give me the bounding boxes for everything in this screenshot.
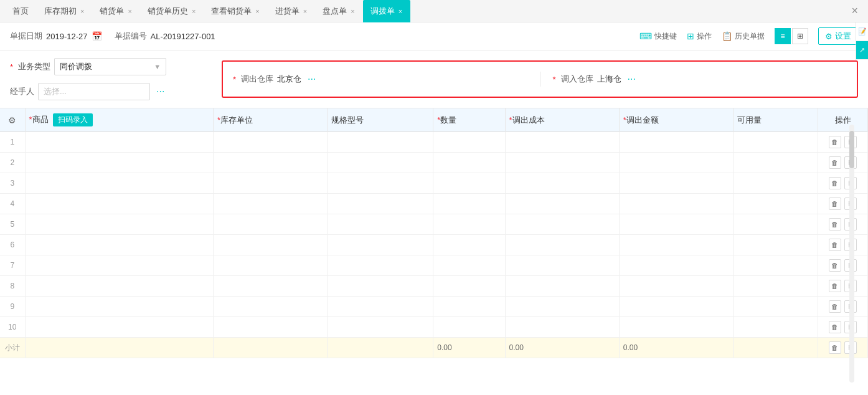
row-available-3[interactable]	[733, 173, 818, 194]
delete-icon-8[interactable]: 🗑	[829, 280, 841, 292]
row-available-4[interactable]	[733, 194, 818, 214]
row-available-10[interactable]	[733, 317, 818, 338]
row-unit-2[interactable]	[214, 153, 328, 173]
row-cost-6[interactable]	[505, 235, 619, 255]
history-btn[interactable]: 📋 历史单据	[722, 31, 765, 42]
date-value[interactable]: 2019-12-27	[46, 32, 88, 41]
row-spec-1[interactable]	[328, 132, 433, 153]
row-amount-6[interactable]	[619, 235, 733, 255]
tab-view-sales[interactable]: 查看销货单 ×	[204, 0, 267, 22]
row-spec-4[interactable]	[328, 194, 433, 214]
person-select[interactable]: 选择...	[38, 83, 150, 100]
row-qty-8[interactable]	[433, 276, 505, 297]
transfer-out-value[interactable]: 北京仓	[277, 74, 301, 85]
row-amount-2[interactable]	[619, 153, 733, 173]
sidebar-note-btn[interactable]: 📝	[856, 22, 869, 41]
close-tab-transfer[interactable]: ×	[399, 7, 402, 15]
row-qty-7[interactable]	[433, 255, 505, 276]
row-spec-9[interactable]	[328, 297, 433, 317]
row-unit-3[interactable]	[214, 173, 328, 194]
row-cost-3[interactable]	[505, 173, 619, 194]
row-available-9[interactable]	[733, 297, 818, 317]
row-spec-7[interactable]	[328, 255, 433, 276]
tab-inventory-init[interactable]: 库存期初 ×	[37, 0, 92, 22]
row-unit-8[interactable]	[214, 276, 328, 297]
close-tab-inventory[interactable]: ×	[80, 7, 84, 15]
row-available-2[interactable]	[733, 153, 818, 173]
row-qty-1[interactable]	[433, 132, 505, 153]
person-more-btn[interactable]: ···	[156, 86, 164, 97]
scan-btn[interactable]: 扫码录入	[53, 113, 93, 126]
row-unit-9[interactable]	[214, 297, 328, 317]
row-cost-4[interactable]	[505, 194, 619, 214]
row-product-8[interactable]	[25, 276, 214, 297]
row-amount-3[interactable]	[619, 173, 733, 194]
tab-sales-order[interactable]: 销货单 ×	[92, 0, 139, 22]
row-product-10[interactable]	[25, 317, 214, 338]
close-tab-stocktake[interactable]: ×	[351, 7, 354, 15]
tab-purchase[interactable]: 进货单 ×	[268, 0, 315, 22]
tab-transfer[interactable]: 调拨单 ×	[363, 0, 410, 22]
row-spec-10[interactable]	[328, 317, 433, 338]
delete-icon-4[interactable]: 🗑	[829, 198, 841, 210]
delete-icon-1[interactable]: 🗑	[829, 136, 841, 148]
row-available-8[interactable]	[733, 276, 818, 297]
row-cost-7[interactable]	[505, 255, 619, 276]
row-spec-5[interactable]	[328, 214, 433, 235]
delete-icon-2[interactable]: 🗑	[829, 156, 841, 169]
row-product-9[interactable]	[25, 297, 214, 317]
row-product-3[interactable]	[25, 173, 214, 194]
row-amount-8[interactable]	[619, 276, 733, 297]
delete-icon-6[interactable]: 🗑	[829, 239, 841, 251]
row-qty-2[interactable]	[433, 153, 505, 173]
delete-icon-10[interactable]: 🗑	[829, 321, 841, 333]
row-qty-9[interactable]	[433, 297, 505, 317]
row-amount-1[interactable]	[619, 132, 733, 153]
row-unit-4[interactable]	[214, 194, 328, 214]
scrollbar-thumb[interactable]	[849, 131, 854, 168]
subtotal-delete-icon[interactable]: 🗑	[829, 341, 841, 354]
calendar-icon[interactable]: 📅	[92, 31, 102, 41]
row-amount-10[interactable]	[619, 317, 733, 338]
row-unit-7[interactable]	[214, 255, 328, 276]
row-qty-5[interactable]	[433, 214, 505, 235]
business-type-select[interactable]: 同价调拨 ▼	[54, 58, 166, 75]
row-product-1[interactable]	[25, 132, 214, 153]
close-tab-purchase[interactable]: ×	[303, 7, 307, 15]
grid-view-btn[interactable]: ⊞	[792, 28, 808, 44]
row-available-6[interactable]	[733, 235, 818, 255]
row-cost-5[interactable]	[505, 214, 619, 235]
close-tab-sales[interactable]: ×	[128, 7, 131, 15]
row-unit-6[interactable]	[214, 235, 328, 255]
operations-btn[interactable]: ⊞ 操作	[687, 31, 712, 42]
row-unit-10[interactable]	[214, 317, 328, 338]
sidebar-expand-btn[interactable]: ↗	[856, 41, 869, 60]
row-product-4[interactable]	[25, 194, 214, 214]
row-available-5[interactable]	[733, 214, 818, 235]
transfer-out-more-btn[interactable]: ···	[308, 74, 316, 85]
row-product-6[interactable]	[25, 235, 214, 255]
row-spec-8[interactable]	[328, 276, 433, 297]
row-product-7[interactable]	[25, 255, 214, 276]
tab-stocktake[interactable]: 盘点单 ×	[315, 0, 362, 22]
close-tab-sales-history[interactable]: ×	[192, 7, 196, 15]
table-settings-col[interactable]: ⚙	[0, 108, 25, 132]
row-available-1[interactable]	[733, 132, 818, 153]
close-tab-view-sales[interactable]: ×	[255, 7, 259, 15]
row-product-5[interactable]	[25, 214, 214, 235]
delete-icon-3[interactable]: 🗑	[829, 177, 841, 189]
row-product-2[interactable]	[25, 153, 214, 173]
delete-icon-9[interactable]: 🗑	[829, 300, 841, 313]
row-qty-6[interactable]	[433, 235, 505, 255]
scrollbar-track[interactable]	[849, 125, 854, 383]
row-cost-8[interactable]	[505, 276, 619, 297]
row-unit-1[interactable]	[214, 132, 328, 153]
row-qty-10[interactable]	[433, 317, 505, 338]
row-spec-6[interactable]	[328, 235, 433, 255]
row-cost-2[interactable]	[505, 153, 619, 173]
row-amount-7[interactable]	[619, 255, 733, 276]
tab-home[interactable]: 首页	[5, 0, 37, 22]
row-qty-4[interactable]	[433, 194, 505, 214]
row-amount-5[interactable]	[619, 214, 733, 235]
delete-icon-7[interactable]: 🗑	[829, 259, 841, 272]
